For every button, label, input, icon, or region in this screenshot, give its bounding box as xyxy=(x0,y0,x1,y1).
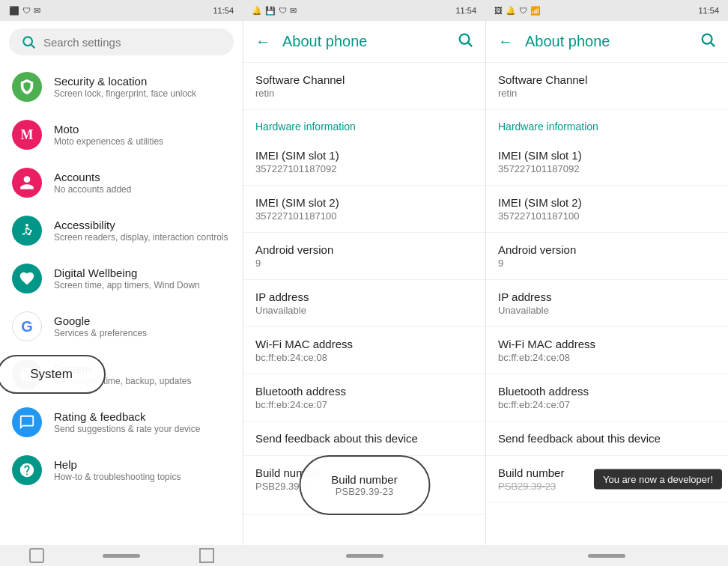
bluetooth-addr-2[interactable]: Bluetooth address bc:ff:eb:24:ce:07 xyxy=(486,374,728,422)
toast-text: You are now a developer! xyxy=(603,474,713,485)
help-icon xyxy=(12,455,42,485)
svg-line-6 xyxy=(711,43,715,46)
imei1-value-2: 357227101187092 xyxy=(498,163,716,174)
about-panel-1: ← About phone Software Channel retin Har… xyxy=(243,21,486,566)
hardware-section-2: Hardware information xyxy=(486,110,728,139)
back-nav-left[interactable] xyxy=(29,548,44,563)
sidebar-item-help[interactable]: Help How-to & troubleshooting topics xyxy=(0,446,243,494)
android-value-1: 9 xyxy=(255,258,473,269)
sidebar-item-digital-wellbeing[interactable]: Digital Wellbeing Screen time, app timer… xyxy=(0,255,243,302)
home-indicator-mid[interactable] xyxy=(346,554,383,558)
about-content-2: Software Channel retin Hardware informat… xyxy=(486,63,728,566)
imei1-title-2: IMEI (SIM slot 1) xyxy=(498,149,716,162)
status-bar: ⬛ 🛡 ✉ 11:54 🔔 💾 🛡 ✉ 11:54 🖼 🔔 🛡 📶 11:54 xyxy=(0,0,728,21)
search-input[interactable] xyxy=(43,36,222,49)
sidebar-item-accounts[interactable]: Accounts No accounts added xyxy=(0,159,243,207)
software-channel-title-1: Software Channel xyxy=(255,73,473,86)
wifi-mac-2[interactable]: Wi-Fi MAC address bc:ff:eb:24:ce:08 xyxy=(486,327,728,374)
google-title: Google xyxy=(54,314,231,327)
bottom-nav-mid xyxy=(243,545,485,566)
software-channel-1[interactable]: Software Channel retin xyxy=(243,63,485,110)
digital-wellbeing-title: Digital Wellbeing xyxy=(54,267,231,279)
wifi-mac-value-2: bc:ff:eb:24:ce:08 xyxy=(498,352,716,363)
google-subtitle: Services & preferences xyxy=(54,328,231,338)
sidebar-item-rating[interactable]: Rating & feedback Send suggestions & rat… xyxy=(0,398,243,446)
rating-title: Rating & feedback xyxy=(54,410,231,423)
bottom-nav-left xyxy=(0,545,243,566)
imei2-1[interactable]: IMEI (SIM slot 2) 357227101187100 xyxy=(243,186,485,233)
rating-subtitle: Send suggestions & rate your device xyxy=(54,424,231,434)
shield3-icon: 🛡 xyxy=(519,6,527,15)
wifi-mac-title-2: Wi-Fi MAC address xyxy=(498,338,716,350)
software-channel-title-2: Software Channel xyxy=(498,73,716,86)
sidebar-item-system[interactable]: System Languages, time, backup, updates … xyxy=(0,350,243,398)
notification2-icon: 🔔 xyxy=(252,6,262,16)
imei1-2[interactable]: IMEI (SIM slot 1) 357227101187092 xyxy=(486,139,728,186)
google-icon: G xyxy=(12,311,42,341)
gallery-icon: 🖼 xyxy=(494,6,503,15)
back-button-2[interactable]: ← xyxy=(498,33,513,50)
sidebar-item-moto[interactable]: M Moto Moto experiences & utilities xyxy=(0,111,243,159)
build-number-item-2[interactable]: Build number PSB29.39-23 You are now a d… xyxy=(486,456,728,503)
imei2-title-2: IMEI (SIM slot 2) xyxy=(498,196,716,209)
home-indicator-right[interactable] xyxy=(588,554,625,558)
digital-wellbeing-text: Digital Wellbeing Screen time, app timer… xyxy=(54,267,231,290)
android-title-2: Android version xyxy=(498,243,716,256)
wifi-mac-1[interactable]: Wi-Fi MAC address bc:ff:eb:24:ce:08 xyxy=(243,327,485,374)
sidebar-item-accessibility[interactable]: Accessibility Screen readers, display, i… xyxy=(0,207,243,255)
android-version-2[interactable]: Android version 9 xyxy=(486,233,728,280)
accessibility-icon xyxy=(12,216,42,246)
security-subtitle: Screen lock, fingerprint, face unlock xyxy=(54,88,231,99)
bottom-nav-right xyxy=(485,545,728,566)
imei2-2[interactable]: IMEI (SIM slot 2) 357227101187100 xyxy=(486,186,728,233)
feedback-2[interactable]: Send feedback about this device xyxy=(486,422,728,456)
system-icon xyxy=(12,359,42,389)
svg-point-0 xyxy=(23,37,32,46)
ip-value-1: Unavailable xyxy=(255,305,473,316)
search-button-1[interactable] xyxy=(457,31,473,52)
security-icon xyxy=(12,72,42,102)
feedback-title-2: Send feedback about this device xyxy=(498,432,716,445)
svg-point-3 xyxy=(460,34,470,44)
imei1-value-1: 357227101187092 xyxy=(255,163,473,174)
bluetooth-title-2: Bluetooth address xyxy=(498,385,716,398)
home-nav-left[interactable] xyxy=(103,554,140,558)
moto-text: Moto Moto experiences & utilities xyxy=(54,123,231,147)
svg-line-4 xyxy=(468,43,472,46)
imei1-1[interactable]: IMEI (SIM slot 1) 357227101187092 xyxy=(243,139,485,186)
accounts-text: Accounts No accounts added xyxy=(54,171,231,195)
shield2-icon: 🛡 xyxy=(279,6,287,15)
digital-wellbeing-subtitle: Screen time, app timers, Wind Down xyxy=(54,280,231,290)
software-channel-2[interactable]: Software Channel retin xyxy=(486,63,728,110)
search-bar[interactable] xyxy=(9,28,234,55)
moto-title: Moto xyxy=(54,123,231,136)
hardware-section-1: Hardware information xyxy=(243,110,485,139)
bluetooth-value-1: bc:ff:eb:24:ce:07 xyxy=(255,399,473,410)
imei2-value-1: 357227101187100 xyxy=(255,210,473,222)
accessibility-subtitle: Screen readers, display, interaction con… xyxy=(54,232,231,243)
status-icons-mid: 🔔 💾 🛡 ✉ xyxy=(252,6,297,16)
ip-address-1[interactable]: IP address Unavailable xyxy=(243,280,485,327)
ip-address-2[interactable]: IP address Unavailable xyxy=(486,280,728,327)
bluetooth-addr-1[interactable]: Bluetooth address bc:ff:eb:24:ce:07 xyxy=(243,374,485,422)
search-icon-1 xyxy=(457,31,473,48)
software-channel-subtitle-1: retin xyxy=(255,88,473,99)
sidebar-item-security[interactable]: Security & location Screen lock, fingerp… xyxy=(0,63,243,111)
bluetooth-title-1: Bluetooth address xyxy=(255,385,473,398)
search-icon xyxy=(21,34,36,49)
wifi-icon: 📶 xyxy=(530,6,541,16)
status-icons-right: 🖼 🔔 🛡 📶 xyxy=(494,6,541,16)
digital-wellbeing-icon xyxy=(12,264,42,293)
build-number-item-1[interactable]: Build number PSB29.39-23 Build number PS… xyxy=(243,456,485,515)
security-text: Security & location Screen lock, fingerp… xyxy=(54,75,231,99)
back-button-1[interactable]: ← xyxy=(255,33,270,50)
android-version-1[interactable]: Android version 9 xyxy=(243,233,485,280)
android-value-2: 9 xyxy=(498,258,716,269)
sidebar-item-google[interactable]: G Google Services & preferences xyxy=(0,302,243,350)
ip-title-2: IP address xyxy=(498,290,716,303)
recents-nav-left[interactable] xyxy=(199,548,214,563)
moto-subtitle: Moto experiences & utilities xyxy=(54,136,231,147)
search-button-2[interactable] xyxy=(700,31,716,52)
help-text: Help How-to & troubleshooting topics xyxy=(54,458,231,482)
feedback-1[interactable]: Send feedback about this device xyxy=(243,422,485,456)
